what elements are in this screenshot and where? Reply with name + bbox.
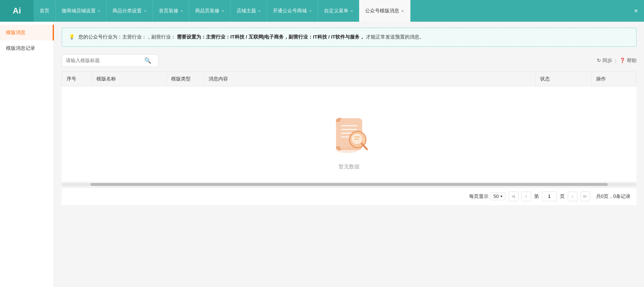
nav-tab-home[interactable]: 首页 (34, 0, 56, 22)
data-table: 序号 模版名称 模版类型 消息内容 状态 操作 (62, 71, 637, 181)
page-size-label: 每页显示 (469, 193, 489, 200)
nav-tab-theme[interactable]: 店铺主题 × (231, 0, 267, 22)
sync-icon: ↻ (597, 58, 601, 63)
close-tab-category[interactable]: × (144, 9, 146, 13)
close-tab-shop-settings[interactable]: × (98, 9, 100, 13)
chevron-down-icon: ▾ (500, 194, 502, 198)
nav-tab-mall[interactable]: 开通公众号商城 × (267, 0, 318, 22)
notice-suffix: 才能正常发送预置的消息。 (366, 34, 424, 40)
close-all-tabs[interactable]: × (628, 7, 644, 15)
empty-illustration (325, 109, 373, 158)
horizontal-scrollbar[interactable] (62, 183, 637, 186)
close-tab-theme[interactable]: × (258, 9, 261, 13)
notice-prefix: 您的公众号行业为：主营行业：，副营行业： (78, 34, 176, 40)
nav-tab-category[interactable]: 商品分类设置 × (107, 0, 152, 22)
search-input-wrap[interactable]: 🔍 (62, 54, 159, 67)
nav-tab-template-msg[interactable]: 公众号模版消息 × (359, 0, 410, 22)
page-size-select: 每页显示 50 ▾ (469, 192, 505, 200)
page-size-value: 50 (493, 193, 499, 199)
toolbar-divider: | (615, 58, 616, 63)
col-header-status: 状态 (536, 71, 592, 86)
notice-icon: 💡 (69, 34, 75, 40)
help-icon: ❓ (619, 58, 625, 63)
help-button[interactable]: ❓ 帮助 (619, 57, 637, 64)
nav-tab-product-decor[interactable]: 商品页装修 × (189, 0, 230, 22)
empty-text: 暂无数据 (339, 164, 360, 170)
search-bar: 🔍 ↻ 同步 | ❓ 帮助 (62, 54, 637, 67)
sync-button[interactable]: ↻ 同步 (597, 57, 612, 64)
search-input[interactable] (66, 58, 144, 63)
page-size-dropdown[interactable]: 50 ▾ (490, 192, 505, 200)
sidebar: 模版消息 模版消息记录 (0, 22, 54, 287)
col-header-name: 模版名称 (92, 71, 167, 86)
col-header-type: 模版类型 (167, 71, 204, 86)
nav-tab-shop-settings[interactable]: 微商城店铺设置 × (56, 0, 107, 22)
last-page-button[interactable]: ⊳ (580, 192, 590, 201)
pagination-bar: 每页显示 50 ▾ ⊲ ‹ 第 页 › ⊳ 共0页，0条记录 (62, 187, 637, 205)
app-logo: Ai (0, 0, 34, 22)
close-tab-product-decor[interactable]: × (222, 9, 224, 13)
page-label-pre: 第 (534, 193, 539, 200)
top-nav: Ai 首页 微商城店铺设置 × 商品分类设置 × 首页装修 × 商品页装修 × … (0, 0, 644, 22)
close-tab-mall[interactable]: × (309, 9, 311, 13)
next-page-button[interactable]: › (568, 192, 577, 201)
empty-state: 暂无数据 (62, 86, 637, 181)
notice-box: 💡 您的公众号行业为：主营行业：，副营行业： 需要设置为：主营行业：IT科技 /… (62, 28, 637, 47)
content-area: 💡 您的公众号行业为：主营行业：，副营行业： 需要设置为：主营行业：IT科技 /… (54, 22, 644, 287)
toolbar-right: ↻ 同步 | ❓ 帮助 (597, 57, 637, 64)
first-page-button[interactable]: ⊲ (509, 192, 518, 201)
sidebar-item-template-msg-record[interactable]: 模版消息记录 (0, 40, 54, 56)
close-tab-menu[interactable]: × (351, 9, 353, 13)
pagination-summary: 共0页，0条记录 (596, 193, 631, 200)
nav-tab-menu[interactable]: 自定义菜单 × (318, 0, 359, 22)
nav-tabs: 首页 微商城店铺设置 × 商品分类设置 × 首页装修 × 商品页装修 × 店铺主… (34, 0, 628, 22)
col-header-action: 操作 (592, 71, 637, 86)
close-tab-home-decor[interactable]: × (181, 9, 183, 13)
scroll-thumb[interactable] (90, 183, 608, 186)
main-layout: 模版消息 模版消息记录 💡 您的公众号行业为：主营行业：，副营行业： 需要设置为… (0, 22, 644, 287)
sidebar-item-template-msg[interactable]: 模版消息 (0, 25, 54, 40)
nav-tab-home-decor[interactable]: 首页装修 × (153, 0, 189, 22)
col-header-index: 序号 (62, 71, 92, 86)
prev-page-button[interactable]: ‹ (521, 192, 531, 201)
col-header-content: 消息内容 (204, 71, 536, 86)
page-label-post: 页 (560, 193, 565, 200)
close-tab-template-msg[interactable]: × (401, 9, 404, 13)
page-number-input[interactable] (542, 192, 557, 201)
search-icon[interactable]: 🔍 (144, 57, 151, 64)
notice-highlight: 需要设置为：主营行业：IT科技 / 互联网|电子商务，副营行业：IT科技 / I… (177, 34, 364, 40)
